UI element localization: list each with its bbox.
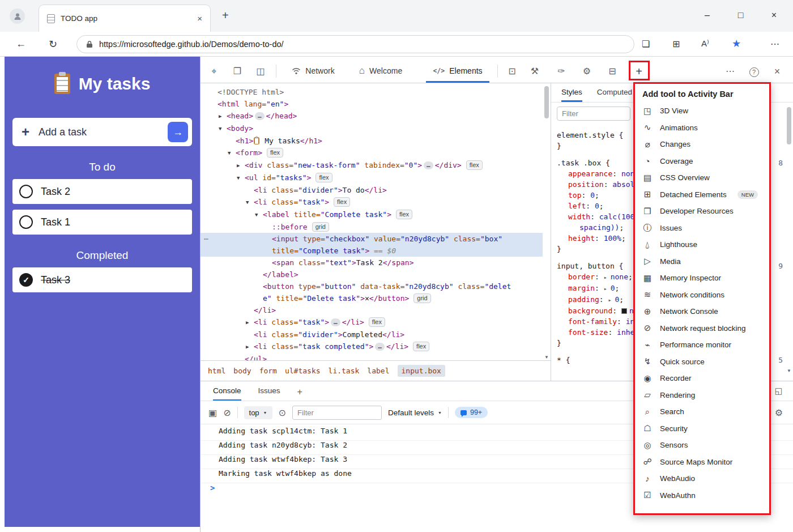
menu-item-media[interactable]: ▷Media xyxy=(635,253,769,270)
debugger-icon[interactable]: ⚒ xyxy=(527,64,542,79)
accessibility-tools-icon[interactable]: ✑ xyxy=(554,64,569,79)
expand-arrow-open-icon[interactable]: ▼ xyxy=(255,209,263,221)
tab-issues[interactable]: Issues xyxy=(258,386,280,401)
tab-close-icon[interactable]: × xyxy=(197,14,202,23)
add-tool-button[interactable]: + xyxy=(632,64,646,79)
dom-tree-node[interactable]: ▼<label title="Complete task">flex xyxy=(201,208,543,221)
tab-styles[interactable]: Styles xyxy=(561,88,582,102)
breadcrumb-item[interactable]: input.box xyxy=(398,365,445,377)
menu-item-recorder[interactable]: ◉Recorder xyxy=(635,370,769,387)
back-button[interactable]: ← xyxy=(16,38,26,50)
dom-tree-node[interactable]: ▼<li class="task">flex xyxy=(201,196,543,208)
menu-item-webaudio[interactable]: ♪WebAudio xyxy=(635,470,769,487)
menu-item-issues[interactable]: ⓘIssues xyxy=(635,220,769,237)
menu-item-performance-monitor[interactable]: ⌁Performance monitor xyxy=(635,337,769,354)
flex-badge[interactable]: flex xyxy=(267,148,283,158)
collections-icon[interactable]: ⊞ xyxy=(672,39,680,49)
expand-arrow-open-icon[interactable]: ▼ xyxy=(237,172,245,184)
scrollbar-thumb[interactable] xyxy=(787,107,791,144)
menu-item-security[interactable]: ☖Security xyxy=(635,420,769,437)
scrollbar-thumb[interactable] xyxy=(544,86,549,118)
dom-tree-node[interactable]: <li class="divider">To do</li> xyxy=(201,184,543,196)
context-selector[interactable]: top ▼ xyxy=(244,406,272,419)
tab-elements[interactable]: </> Elements xyxy=(426,59,489,83)
menu-item-detached-elements[interactable]: ⊞Detached ElementsNEW xyxy=(635,186,769,203)
breadcrumb-item[interactable]: li.task xyxy=(329,367,360,375)
menu-item-network-conditions[interactable]: ≋Network conditions xyxy=(635,287,769,304)
profile-avatar[interactable] xyxy=(10,8,25,24)
dom-tree-node[interactable]: ▶<head>…</head> xyxy=(201,110,543,122)
menu-item-source-maps-monitor[interactable]: ☍Source Maps Monitor xyxy=(635,454,769,471)
add-console-tab-icon[interactable]: + xyxy=(297,387,302,401)
default-levels-dropdown[interactable]: Default levels ▼ xyxy=(388,408,442,417)
expand-arrow-closed-icon[interactable]: ▶ xyxy=(246,341,254,353)
console-drawer-icon[interactable]: ⊡ xyxy=(505,64,519,79)
focus-mode-icon[interactable]: ◫ xyxy=(253,64,268,79)
dom-tree-node[interactable]: <!DOCTYPE html> xyxy=(201,86,543,98)
expand-arrow-closed-icon[interactable]: ▶ xyxy=(246,317,254,329)
tab-welcome[interactable]: ⌂ Welcome xyxy=(349,59,412,83)
task-row[interactable]: ✓Task 3 xyxy=(12,267,192,292)
flex-badge[interactable]: flex xyxy=(466,160,483,170)
console-settings-icon[interactable]: ⚙ xyxy=(775,407,783,418)
tab-console[interactable]: Console xyxy=(213,386,241,401)
expand-console-icon[interactable]: ◱ xyxy=(775,386,783,396)
flex-badge[interactable]: flex xyxy=(334,197,350,207)
dom-tree-node[interactable]: <button type="button" data-task="n20yd8c… xyxy=(201,280,543,304)
help-icon[interactable]: ? xyxy=(747,64,761,79)
grid-badge[interactable]: grid xyxy=(413,293,430,303)
dom-tree-node[interactable]: <html lang="en"> xyxy=(201,98,543,110)
breadcrumb-item[interactable]: body xyxy=(233,367,251,375)
maximize-button[interactable]: □ xyxy=(724,3,757,27)
color-swatch[interactable] xyxy=(621,308,627,314)
menu-item-webauthn[interactable]: ☑WebAuthn xyxy=(635,487,769,504)
expand-arrow-open-icon[interactable]: ▼ xyxy=(219,123,227,135)
dom-tree-node[interactable]: ▶<li class="task completed">…</li>flex xyxy=(201,341,543,353)
flex-badge[interactable]: flex xyxy=(316,173,332,182)
dock-side-icon[interactable]: ⊟ xyxy=(605,64,620,79)
flex-badge[interactable]: flex xyxy=(413,342,429,351)
task-row[interactable]: Task 1 xyxy=(12,210,192,235)
new-tab-button[interactable]: + xyxy=(222,9,229,22)
dom-tree-node[interactable]: ▶<div class="new-task-form" tabindex="0"… xyxy=(201,159,543,172)
browser-tab[interactable]: TODO app × xyxy=(39,5,211,32)
task-checkbox[interactable] xyxy=(19,215,33,229)
menu-item-developer-resources[interactable]: ❒Developer Resources xyxy=(635,203,769,220)
window-close-button[interactable]: × xyxy=(757,3,791,27)
menu-item-sensors[interactable]: ◎Sensors xyxy=(635,437,769,454)
devtools-settings-icon[interactable]: ⚙ xyxy=(579,64,594,79)
web-capture-icon[interactable]: ❏ xyxy=(642,39,650,49)
console-filter-input[interactable] xyxy=(292,406,382,420)
address-bar[interactable]: https://microsoftedge.github.io/Demos/de… xyxy=(76,35,634,53)
style-source-link[interactable]: 9 xyxy=(778,261,783,271)
task-checkbox[interactable] xyxy=(19,185,33,198)
more-tools-icon[interactable]: ⋯ xyxy=(723,64,737,79)
inspect-element-icon[interactable]: ⌖ xyxy=(207,64,221,79)
menu-item-rendering[interactable]: ▱Rendering xyxy=(635,387,769,404)
menu-item-lighthouse[interactable]: ⍙Lighthouse xyxy=(635,236,769,253)
live-expression-eye-icon[interactable]: ⊙ xyxy=(279,407,286,418)
scrollbar-down-arrow[interactable]: ▼ xyxy=(785,368,793,373)
read-aloud-icon[interactable]: A⁾ xyxy=(701,39,709,49)
dom-tree-node[interactable]: <li class="divider">Completed</li> xyxy=(201,329,543,341)
breadcrumb-item[interactable]: ul#tasks xyxy=(285,367,321,375)
breadcrumb-item[interactable]: html xyxy=(208,367,225,375)
grid-badge[interactable]: grid xyxy=(312,222,329,232)
breadcrumb-item[interactable]: label xyxy=(367,367,389,375)
messages-count-badge[interactable]: 99+ xyxy=(455,407,488,418)
node-more-actions-icon[interactable]: ⋯ xyxy=(204,233,209,245)
add-task-field[interactable]: + Add a task → xyxy=(12,118,192,146)
dom-tree-node[interactable]: ⋯<input type="checkbox" value="n20yd8cyb… xyxy=(201,233,543,257)
task-row[interactable]: Task 2 xyxy=(12,179,192,204)
add-task-submit-button[interactable]: → xyxy=(168,122,188,142)
flex-badge[interactable]: flex xyxy=(369,317,385,327)
dom-tree-node[interactable]: </label> xyxy=(201,269,543,280)
style-source-link[interactable]: 8 xyxy=(778,158,783,168)
dom-tree-node[interactable]: ::beforegrid xyxy=(201,221,543,233)
device-emulation-icon[interactable]: ❐ xyxy=(230,64,245,79)
browser-menu-icon[interactable]: ⋯ xyxy=(770,39,779,49)
elements-scrollbar[interactable]: ▼ xyxy=(543,83,551,360)
menu-item-memory-inspector[interactable]: ▦Memory Inspector xyxy=(635,270,769,287)
menu-item-3d-view[interactable]: ◳3D View xyxy=(635,103,769,120)
expand-arrow-open-icon[interactable]: ▼ xyxy=(228,147,236,159)
